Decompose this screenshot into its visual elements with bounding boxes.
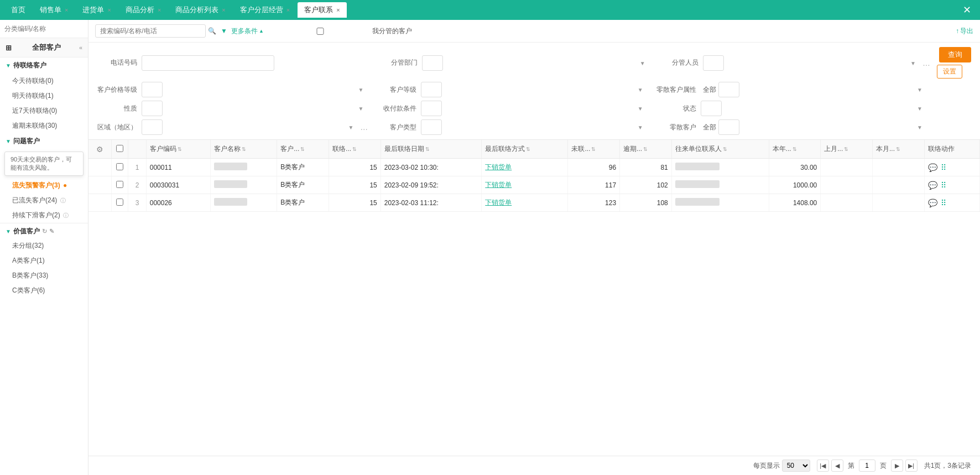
th-this-month[interactable]: 本月...⇅ <box>872 140 924 159</box>
sidebar-item-churn-warning[interactable]: 流失预警客户(3) ● <box>0 178 88 193</box>
td-checkbox[interactable] <box>112 176 128 194</box>
th-this-year[interactable]: 本年...⇅ <box>769 140 821 159</box>
customer-level-select[interactable] <box>421 82 442 97</box>
td-last-method[interactable]: 下销货单 <box>482 194 568 212</box>
close-customer-contact-tab[interactable]: × <box>336 7 340 13</box>
sidebar-group-problem-title[interactable]: ▼ 问题客户 <box>0 133 88 149</box>
td-checkbox[interactable] <box>112 159 128 176</box>
nature-select[interactable] <box>142 101 163 116</box>
close-sales-tab[interactable]: × <box>65 7 68 13</box>
sidebar-item-ungrouped[interactable]: 未分组(32) <box>0 238 88 253</box>
person-dots-btn[interactable]: … <box>922 59 930 67</box>
phone-input[interactable] <box>142 55 274 71</box>
price-level-select[interactable] <box>142 82 163 97</box>
sidebar-collapse-btn[interactable]: « <box>79 44 82 51</box>
close-purchase-tab[interactable]: × <box>107 7 111 13</box>
th-uncontacted[interactable]: 未联...⇅ <box>568 140 620 159</box>
bottom-bar: 每页显示 50 100 200 |◀ ◀ 第 页 ▶ ▶| 共1页，3条记录 <box>88 456 980 475</box>
th-checkbox[interactable] <box>112 140 128 159</box>
settings-gear-icon[interactable]: ⚙ <box>96 145 103 154</box>
th-last-month[interactable]: 上月...⇅ <box>821 140 873 159</box>
last-method-link[interactable]: 下销货单 <box>485 163 512 171</box>
adv-field-customer-type: 客户类型 ▼ <box>377 119 647 135</box>
sidebar-item-week[interactable]: 近7天待联络(0) <box>0 103 88 118</box>
person-select[interactable] <box>703 55 724 71</box>
customer-type-select[interactable] <box>421 119 442 135</box>
more-actions-icon[interactable]: ⠿ <box>941 163 946 172</box>
status-select[interactable] <box>701 101 722 116</box>
tab-purchase[interactable]: 进货单 × <box>76 2 117 18</box>
customer-type-label: 客户类型 <box>377 123 421 132</box>
row-checkbox[interactable] <box>116 181 123 188</box>
region-dots-btn[interactable]: … <box>360 123 368 132</box>
chat-icon[interactable]: 💬 <box>928 199 937 207</box>
my-customers-filter[interactable]: 我分管的客户 <box>270 27 412 36</box>
sidebar-item-class-c[interactable]: C类客户(6) <box>0 283 88 298</box>
sidebar-group-value-title[interactable]: ▼ 价值客户 ↻ ✎ <box>0 223 88 238</box>
sidebar-group-pending-title[interactable]: ▼ 待联络客户 <box>0 58 88 74</box>
td-this-year: 1408.00 <box>769 194 821 212</box>
tab-customer-tier[interactable]: 客户分层经营 × <box>233 2 296 18</box>
close-product-list-tab[interactable]: × <box>222 7 225 13</box>
prev-page-btn[interactable]: ◀ <box>831 460 843 472</box>
td-last-method[interactable]: 下销货单 <box>482 159 568 176</box>
zero-customer-select[interactable] <box>718 119 739 135</box>
sidebar-item-class-a[interactable]: A类客户(1) <box>0 253 88 268</box>
last-method-link[interactable]: 下销货单 <box>485 199 512 206</box>
th-unit-contact[interactable]: 往来单位联系人⇅ <box>671 140 769 159</box>
filter-search-icon[interactable]: 🔍 <box>208 27 216 35</box>
tab-customer-contact[interactable]: 客户联系 × <box>298 2 346 18</box>
refresh-icon[interactable]: ↻ <box>42 228 47 235</box>
last-method-link[interactable]: 下销货单 <box>485 181 512 189</box>
th-type[interactable]: 客户...⇅ <box>277 140 329 159</box>
window-close-button[interactable]: ✕ <box>958 4 976 16</box>
settings-button[interactable]: 设置 <box>937 65 962 79</box>
row-checkbox[interactable] <box>116 199 123 206</box>
region-select[interactable] <box>142 119 163 135</box>
th-overdue[interactable]: 逾期...⇅ <box>620 140 672 159</box>
th-last-date[interactable]: 最后联络日期⇅ <box>380 140 482 159</box>
my-customers-checkbox[interactable] <box>270 28 370 35</box>
chat-icon[interactable]: 💬 <box>928 163 937 172</box>
sidebar-item-class-b[interactable]: B类客户(33) <box>0 268 88 283</box>
tab-product-list[interactable]: 商品分析列表 × <box>169 2 232 18</box>
per-page-select[interactable]: 50 100 200 <box>782 460 810 472</box>
sidebar-item-overdue[interactable]: 逾期未联络(30) <box>0 118 88 133</box>
sidebar-search-input[interactable] <box>4 25 87 33</box>
td-checkbox[interactable] <box>112 194 128 212</box>
export-btn[interactable]: ↑ 导出 <box>956 27 973 36</box>
page-number-input[interactable] <box>859 460 875 472</box>
more-actions-icon[interactable]: ⠿ <box>941 199 946 207</box>
th-code[interactable]: 客户编码⇅ <box>146 140 211 159</box>
payment-select[interactable] <box>421 101 442 116</box>
more-actions-icon[interactable]: ⠿ <box>941 181 946 190</box>
tab-home[interactable]: 首页 <box>4 2 32 18</box>
td-unit-contact <box>671 176 769 194</box>
row-checkbox[interactable] <box>116 163 123 170</box>
zero-attr-select[interactable] <box>718 82 739 97</box>
sidebar-item-declining[interactable]: 持续下滑客户(2) ⓘ <box>0 208 88 223</box>
dept-select[interactable] <box>422 55 443 71</box>
sort-icon: ⇅ <box>526 147 530 152</box>
query-button[interactable]: 查询 <box>939 47 971 62</box>
close-product-analysis-tab[interactable]: × <box>158 7 161 13</box>
select-all-checkbox[interactable] <box>116 145 123 152</box>
th-name[interactable]: 客户名称⇅ <box>211 140 277 159</box>
more-conditions-btn[interactable]: ▼ 更多条件 ▲ <box>221 27 264 36</box>
chat-icon[interactable]: 💬 <box>928 181 937 190</box>
sidebar-item-tomorrow[interactable]: 明天待联络(1) <box>0 88 88 103</box>
close-customer-tier-tab[interactable]: × <box>286 7 290 13</box>
edit-icon[interactable]: ✎ <box>49 228 54 235</box>
last-page-btn[interactable]: ▶| <box>905 460 918 472</box>
sidebar-item-churned[interactable]: 已流失客户(24) ⓘ <box>0 193 88 208</box>
td-last-method[interactable]: 下销货单 <box>482 176 568 194</box>
tab-product-analysis[interactable]: 商品分析 × <box>119 2 168 18</box>
search-input[interactable] <box>95 24 206 38</box>
next-page-btn[interactable]: ▶ <box>891 460 903 472</box>
th-contact[interactable]: 联络...⇅ <box>329 140 381 159</box>
sidebar-item-today[interactable]: 今天待联络(0) <box>0 74 88 88</box>
first-page-btn[interactable]: |◀ <box>817 460 829 472</box>
th-settings[interactable]: ⚙ <box>88 140 112 159</box>
th-last-method[interactable]: 最后联络方式⇅ <box>482 140 568 159</box>
tab-sales[interactable]: 销售单 × <box>33 2 75 18</box>
